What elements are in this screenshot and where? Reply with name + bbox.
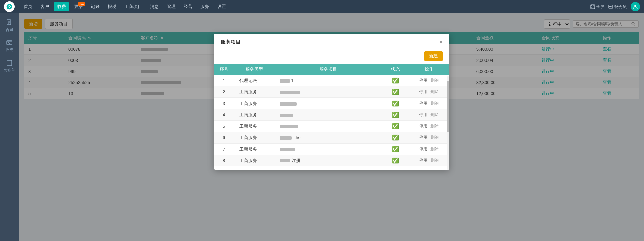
modal-cell-seq: 6	[214, 132, 234, 144]
modal-close-button[interactable]: ×	[439, 39, 442, 45]
stop-button-5[interactable]: 停用	[419, 124, 427, 128]
member-button[interactable]: 畅会员	[608, 4, 627, 10]
modal-cell-seq: 4	[214, 109, 234, 121]
stop-button-1[interactable]: 停用	[419, 78, 427, 83]
modal-table-row: 7 工商服务 ✅ 停用 删除	[214, 144, 449, 155]
modal-cell-project: Ithe	[274, 132, 382, 144]
nav-manage[interactable]: 管理	[163, 2, 179, 11]
nav-client[interactable]: 客户	[37, 2, 52, 11]
delete-button-1[interactable]: 删除	[430, 78, 439, 83]
modal-cell-type: 工商服务	[234, 86, 274, 98]
nav-fee[interactable]: 收费	[54, 2, 69, 11]
modal-cell-seq: 1	[214, 75, 234, 86]
modal-cell-actions: 停用 删除	[409, 109, 449, 121]
modal-table-row: 4 工商服务 ✅ 停用 删除	[214, 109, 449, 121]
modal-body: 序号 服务类型 服务项目 状态 操作 1 代理记账	[214, 64, 449, 170]
modal-col-status: 状态	[382, 64, 409, 75]
delete-button-7[interactable]: 删除	[430, 147, 439, 151]
status-check-icon: ✅	[392, 101, 399, 106]
sidebar-label-fee: 收费	[6, 47, 13, 52]
delete-button-5[interactable]: 删除	[430, 124, 439, 128]
modal-cell-status: ✅	[382, 98, 409, 109]
stop-button-4[interactable]: 停用	[419, 112, 427, 117]
user-avatar[interactable]	[631, 2, 640, 11]
delete-button-2[interactable]: 删除	[430, 89, 439, 94]
modal-cell-actions: 停用 删除	[409, 155, 449, 166]
modal-table-row: 1 代理记账 1 ✅ 停用 删除	[214, 75, 449, 86]
modal-cell-status: ✅	[382, 132, 409, 144]
modal-header: 服务项目 ×	[214, 34, 449, 49]
modal-cell-seq: 7	[214, 144, 234, 155]
sidebar-item-contract[interactable]: 合同	[0, 16, 19, 35]
modal-cell-status: ✅	[382, 155, 409, 166]
stop-button-2[interactable]: 停用	[419, 89, 427, 94]
modal-cell-status: ✅	[382, 86, 409, 98]
status-check-icon: ✅	[392, 158, 399, 163]
sidebar: 合同 收费 对账单	[0, 13, 19, 241]
fee-icon	[6, 39, 13, 46]
modal-cell-project	[274, 144, 382, 155]
contract-icon	[6, 19, 13, 26]
stop-button-8[interactable]: 停用	[419, 158, 427, 163]
modal-cell-type: 工商服务	[234, 109, 274, 121]
nav-message[interactable]: 消息	[147, 2, 162, 11]
modal-cell-project	[274, 86, 382, 98]
nav-service[interactable]: 服务	[197, 2, 213, 11]
nav-items: 首页 客户 收费 票据 new 记账 报税 工商项目 消息 管理 经营 服务 设…	[20, 2, 590, 11]
status-check-icon: ✅	[392, 123, 399, 129]
modal-new-button[interactable]: 新建	[424, 51, 443, 61]
modal-cell-status: ✅	[382, 121, 409, 132]
service-items-table: 序号 服务类型 服务项目 状态 操作 1 代理记账	[214, 64, 449, 166]
stop-button-6[interactable]: 停用	[419, 135, 427, 140]
nav-business[interactable]: 经营	[180, 2, 196, 11]
modal-col-project: 服务项目	[274, 64, 382, 75]
modal-cell-actions: 停用 删除	[409, 98, 449, 109]
nav-commerce[interactable]: 工商项目	[121, 2, 145, 11]
modal-cell-project	[274, 121, 382, 132]
delete-button-3[interactable]: 删除	[430, 101, 439, 106]
delete-button-6[interactable]: 删除	[430, 135, 439, 140]
stop-button-7[interactable]: 停用	[419, 147, 427, 151]
main-layout: 合同 收费 对账单 新增	[0, 13, 644, 241]
nav-bill[interactable]: 票据 new	[71, 2, 86, 11]
svg-point-1	[9, 7, 10, 8]
status-check-icon: ✅	[392, 135, 399, 140]
modal-cell-status: ✅	[382, 144, 409, 155]
modal-overlay: 服务项目 × 新建 序号 服务类型 服务项目 状态	[19, 13, 644, 241]
modal-cell-actions: 停用 删除	[409, 75, 449, 86]
modal-col-type: 服务类型	[234, 64, 274, 75]
modal-cell-actions: 停用 删除	[409, 132, 449, 144]
modal-table-row: 5 工商服务 ✅ 停用 删除	[214, 121, 449, 132]
statement-icon	[6, 59, 13, 67]
modal-cell-actions: 停用 删除	[409, 144, 449, 155]
svg-point-5	[634, 5, 636, 7]
nav-tax[interactable]: 报税	[104, 2, 120, 11]
status-check-icon: ✅	[392, 89, 399, 95]
modal-col-action: 操作	[409, 64, 449, 75]
delete-button-4[interactable]: 删除	[430, 112, 439, 117]
modal-cell-type: 代理记账	[234, 75, 274, 86]
modal-cell-project: 注册	[274, 155, 382, 166]
modal-cell-type: 工商服务	[234, 121, 274, 132]
modal-cell-project	[274, 109, 382, 121]
modal-cell-project: 1	[274, 75, 382, 86]
modal-cell-actions: 停用 删除	[409, 121, 449, 132]
stop-button-3[interactable]: 停用	[419, 101, 427, 106]
modal-table-row: 6 工商服务 Ithe ✅ 停用 删除	[214, 132, 449, 144]
nav-accounting[interactable]: 记账	[87, 2, 103, 11]
delete-button-8[interactable]: 删除	[430, 158, 439, 163]
modal-table-row: 2 工商服务 ✅ 停用 删除	[214, 86, 449, 98]
nav-home[interactable]: 首页	[20, 2, 36, 11]
modal-scrollbar[interactable]	[447, 76, 449, 170]
sidebar-item-fee[interactable]: 收费	[0, 36, 19, 55]
modal-cell-seq: 3	[214, 98, 234, 109]
sidebar-item-statement[interactable]: 对账单	[0, 56, 19, 75]
modal-cell-status: ✅	[382, 109, 409, 121]
svg-point-4	[609, 6, 611, 7]
modal-col-seq: 序号	[214, 64, 234, 75]
nav-settings[interactable]: 设置	[214, 2, 229, 11]
modal-cell-seq: 5	[214, 121, 234, 132]
fullscreen-button[interactable]: 全屏	[590, 4, 604, 10]
svg-rect-7	[7, 41, 12, 45]
content-area: 新增 服务项目 进行中 已完成 已终止	[19, 13, 644, 241]
